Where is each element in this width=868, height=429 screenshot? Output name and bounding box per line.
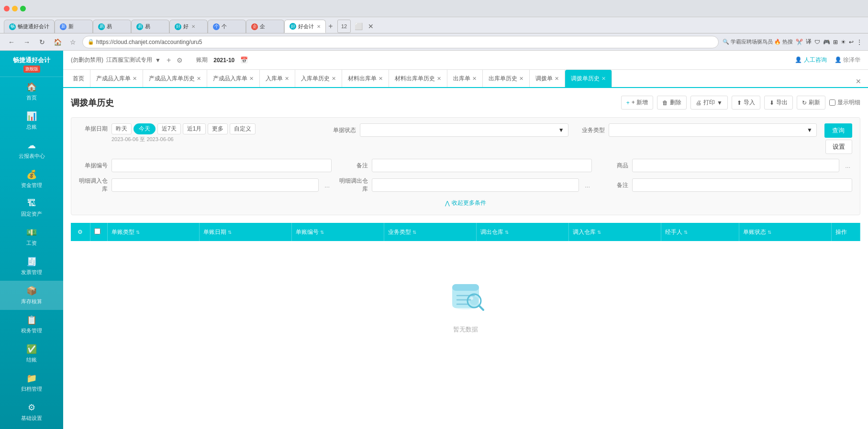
- company-settings-icon[interactable]: ⚙: [177, 56, 183, 64]
- docno-input[interactable]: [111, 159, 332, 172]
- menu-icon[interactable]: ⋮: [857, 39, 862, 45]
- app-tab-11-close[interactable]: ✕: [601, 76, 606, 82]
- app-tab-9-close[interactable]: ✕: [519, 76, 523, 82]
- date-btn-1month[interactable]: 近1月: [183, 123, 206, 134]
- out-warehouse-dots[interactable]: ...: [583, 182, 592, 189]
- sidebar-item-archive[interactable]: 📁 归档管理: [0, 368, 63, 397]
- tab-close-active[interactable]: ✕: [317, 24, 321, 29]
- app-tab-1-close[interactable]: ✕: [133, 76, 137, 82]
- minimize-window-btn[interactable]: [12, 6, 18, 11]
- collapse-btn[interactable]: ⋀ 收起更多条件: [79, 197, 852, 209]
- sidebar-item-home[interactable]: 🏠 首页: [0, 77, 63, 106]
- new-tab-button[interactable]: +: [326, 20, 335, 33]
- biztype-select[interactable]: ▼: [609, 123, 817, 137]
- new-btn[interactable]: + + 新增: [621, 96, 653, 110]
- refresh-browser-btn[interactable]: ↻: [36, 36, 48, 48]
- app-tab-4-close[interactable]: ✕: [285, 76, 289, 82]
- url-input[interactable]: 🔒 https://cloud.chanjet.com/accounting/u…: [82, 36, 719, 48]
- grid-icon[interactable]: ⊞: [833, 39, 838, 45]
- sidebar-item-tax[interactable]: 📋 税务管理: [0, 310, 63, 339]
- th-handler[interactable]: 经手人 ⇅: [661, 223, 739, 241]
- out-warehouse-input[interactable]: [372, 178, 579, 192]
- status-select[interactable]: ▼: [360, 123, 568, 137]
- sidebar-item-settings[interactable]: ⚙ 基础设置: [0, 397, 63, 427]
- date-btn-yesterday[interactable]: 昨天: [111, 123, 132, 134]
- translate-icon[interactable]: 译: [806, 38, 812, 46]
- app-tab-5-close[interactable]: ✕: [332, 76, 336, 82]
- brightness-icon[interactable]: ☀: [841, 39, 846, 45]
- browser-tab-4[interactable]: 好 好 ✕: [169, 20, 208, 33]
- display-all-toggle[interactable]: 显示明细: [829, 99, 860, 107]
- sidebar-item-inventory[interactable]: 📦 库存核算: [0, 281, 63, 310]
- tab-count-badge[interactable]: 12: [337, 20, 351, 33]
- browser-close-btn[interactable]: ✕: [365, 20, 377, 33]
- home-btn[interactable]: 🏠: [52, 36, 63, 48]
- app-tab-7-close[interactable]: ✕: [437, 76, 441, 82]
- sidebar-item-funds[interactable]: 💰 资金管理: [0, 165, 63, 194]
- remark-input[interactable]: [372, 159, 592, 172]
- app-tab-11[interactable]: 调拨单历史 ✕: [565, 70, 612, 87]
- app-tab-2-close[interactable]: ✕: [197, 76, 201, 82]
- date-btn-7days[interactable]: 近7天: [157, 123, 181, 134]
- query-btn[interactable]: 查询: [824, 123, 852, 138]
- sidebar-item-ledger[interactable]: 📊 总账: [0, 106, 63, 135]
- goods-input[interactable]: [632, 159, 839, 172]
- app-tab-7[interactable]: 材料出库单历史 ✕: [389, 70, 447, 87]
- date-btn-today[interactable]: 今天: [134, 123, 156, 134]
- browser-tab-active[interactable]: 好 好会计 ✕: [284, 20, 326, 33]
- sidebar-item-guide[interactable]: 🎯 新手引导: [0, 427, 63, 429]
- th-doc-date[interactable]: 单账日期 ⇅: [200, 223, 292, 241]
- app-tab-3[interactable]: 产成品入库单 ✕: [207, 70, 260, 87]
- import-btn[interactable]: ⬆ 导入: [732, 96, 760, 110]
- close-window-btn[interactable]: [4, 6, 10, 11]
- delete-btn[interactable]: 🗑 删除: [657, 96, 687, 110]
- user-avatar[interactable]: 👤 徐泽华: [835, 56, 860, 64]
- th-doc-no[interactable]: 单账编号 ⇅: [292, 223, 384, 241]
- th-biz-type[interactable]: 业务类型 ⇅: [384, 223, 477, 241]
- app-tab-8-close[interactable]: ✕: [472, 76, 477, 82]
- sidebar-item-assets[interactable]: 🏗 固定资产: [0, 194, 63, 222]
- filter-settings-btn[interactable]: 设置: [825, 140, 852, 154]
- app-tab-3-close[interactable]: ✕: [249, 76, 254, 82]
- browser-tab-0[interactable]: 畅 畅捷通好会计: [4, 20, 55, 33]
- in-warehouse-dots[interactable]: ...: [323, 182, 332, 189]
- th-checkbox[interactable]: [90, 223, 107, 241]
- company-selector[interactable]: (勿删勿禁用) 江西服宝测试专用 ▼: [71, 56, 161, 64]
- browser-tab-2[interactable]: 易 易: [93, 20, 131, 33]
- app-tab-10-close[interactable]: ✕: [555, 76, 559, 82]
- scissors-icon[interactable]: ✂️: [796, 39, 803, 45]
- th-doc-type[interactable]: 单账类型 ⇅: [107, 223, 200, 241]
- th-in-warehouse[interactable]: 调入仓库 ⇅: [569, 223, 661, 241]
- browser-tab-3[interactable]: 易 易: [131, 20, 169, 33]
- note-input[interactable]: [632, 178, 852, 192]
- app-tab-4[interactable]: 入库单 ✕: [260, 70, 295, 87]
- app-tab-home[interactable]: 首页: [67, 70, 90, 87]
- restore-down-btn[interactable]: ⬜: [353, 20, 364, 33]
- bookmark-btn[interactable]: ☆: [67, 36, 78, 48]
- sidebar-item-closing[interactable]: ✅ 结账: [0, 339, 63, 368]
- extension2-icon[interactable]: 🎮: [823, 39, 830, 45]
- date-btn-more[interactable]: 更多: [208, 123, 228, 134]
- app-tab-1[interactable]: 产成品入库单 ✕: [90, 70, 143, 87]
- browser-tab-1[interactable]: 新 新: [55, 20, 93, 33]
- app-tab-6-close[interactable]: ✕: [378, 76, 383, 82]
- th-out-warehouse[interactable]: 调出仓库 ⇅: [477, 223, 569, 241]
- app-tab-8[interactable]: 出库单 ✕: [447, 70, 483, 87]
- browser-tab-6[interactable]: 企 企: [246, 20, 284, 33]
- forward-btn[interactable]: →: [21, 36, 33, 48]
- sidebar-item-payroll[interactable]: 💵 工资: [0, 222, 63, 252]
- app-tab-2[interactable]: 产成品入库单历史 ✕: [143, 70, 207, 87]
- goods-dots[interactable]: ...: [843, 162, 852, 169]
- select-all-checkbox[interactable]: [94, 228, 100, 234]
- tab-close-4[interactable]: ✕: [191, 24, 195, 29]
- print-btn[interactable]: 🖨 打印 ▼: [690, 96, 728, 110]
- app-tab-5[interactable]: 入库单历史 ✕: [295, 70, 342, 87]
- app-tab-10[interactable]: 调拨单 ✕: [530, 70, 565, 87]
- export-btn[interactable]: ⬇ 导出: [764, 96, 793, 110]
- th-status[interactable]: 单账状态 ⇅: [739, 223, 831, 241]
- date-btn-custom[interactable]: 自定义: [230, 123, 256, 134]
- in-warehouse-input[interactable]: [111, 178, 319, 192]
- sidebar-item-reports[interactable]: ☁ 云报表中心: [0, 135, 63, 165]
- th-gear[interactable]: ⚙: [71, 223, 90, 241]
- sidebar-item-invoice[interactable]: 🧾 发票管理: [0, 252, 63, 281]
